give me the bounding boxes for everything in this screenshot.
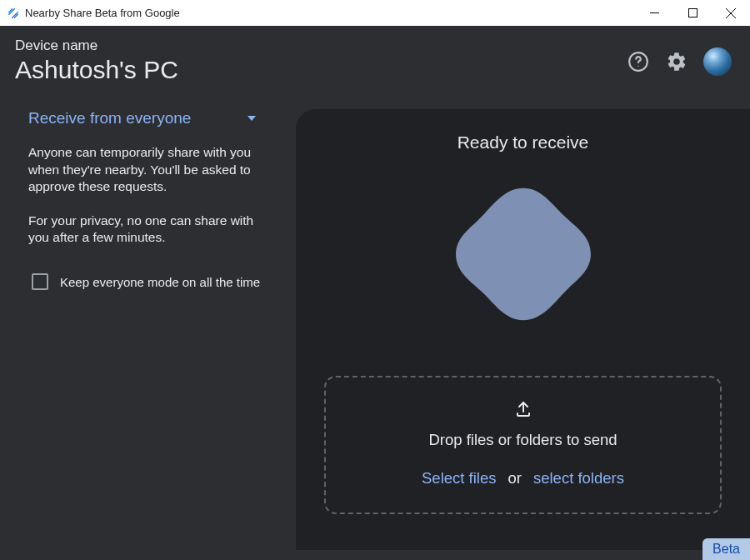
titlebar-left: Nearby Share Beta from Google (7, 7, 180, 20)
close-button[interactable] (712, 0, 750, 26)
chevron-down-icon (248, 116, 256, 121)
dropzone-actions: Select files or select folders (422, 469, 624, 488)
receive-mode-description-1: Anyone can temporarily share with you wh… (28, 144, 276, 196)
receive-blob (450, 181, 597, 331)
receive-mode-dropdown[interactable]: Receive from everyone (28, 109, 276, 128)
dropzone[interactable]: Drop files or folders to send Select fil… (324, 376, 722, 514)
blob-icon (450, 181, 597, 328)
window-title: Nearby Share Beta from Google (25, 7, 180, 19)
app-window: Nearby Share Beta from Google Device nam… (0, 0, 750, 560)
beta-badge: Beta (702, 538, 750, 560)
keep-everyone-checkbox-row[interactable]: Keep everyone mode on all the time (28, 273, 276, 290)
settings-button[interactable] (665, 50, 688, 73)
app-header: Device name Ashutosh's PC (0, 26, 750, 91)
left-panel: Receive from everyone Anyone can tempora… (0, 109, 296, 550)
select-folders-link[interactable]: select folders (533, 469, 624, 488)
content-row: Receive from everyone Anyone can tempora… (0, 91, 750, 550)
app-body: Device name Ashutosh's PC Receive fro (0, 26, 750, 560)
minimize-button[interactable] (635, 0, 673, 26)
select-files-link[interactable]: Select files (422, 469, 496, 488)
upload-icon (513, 399, 533, 422)
keep-everyone-checkbox-label: Keep everyone mode on all the time (60, 275, 260, 289)
window-titlebar: Nearby Share Beta from Google (0, 0, 750, 26)
right-panel: Ready to receive Drop files or folders t… (296, 109, 750, 550)
svg-point-5 (638, 66, 638, 67)
device-name-block: Device name Ashutosh's PC (15, 38, 178, 84)
account-avatar[interactable] (703, 48, 732, 76)
device-name-value: Ashutosh's PC (15, 56, 178, 84)
maximize-button[interactable] (673, 0, 712, 26)
receive-mode-description-2: For your privacy, no one can share with … (28, 212, 276, 247)
dropzone-text: Drop files or folders to send (428, 431, 617, 449)
device-name-label: Device name (15, 38, 178, 54)
receive-mode-label: Receive from everyone (28, 109, 191, 128)
or-text: or (508, 469, 522, 488)
keep-everyone-checkbox[interactable] (32, 273, 48, 290)
window-controls (635, 0, 750, 26)
help-button[interactable] (627, 50, 650, 73)
header-actions (627, 48, 732, 76)
ready-status: Ready to receive (458, 132, 589, 152)
nearby-share-icon (7, 7, 20, 20)
svg-rect-1 (688, 9, 697, 18)
